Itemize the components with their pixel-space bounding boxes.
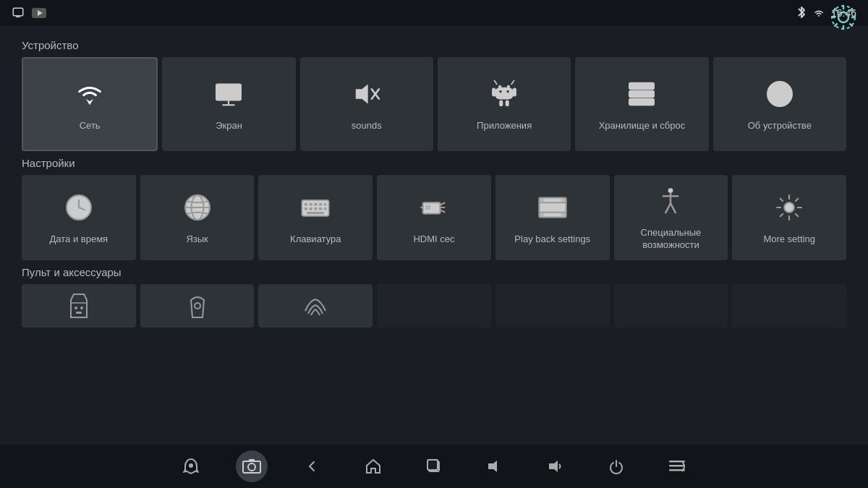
- tile-storage[interactable]: Хранилище и сброс: [575, 57, 708, 151]
- svg-rect-44: [315, 203, 318, 205]
- tile-about[interactable]: Об устройстве: [713, 57, 846, 151]
- svg-line-69: [671, 203, 676, 213]
- bluetooth-icon: [796, 6, 807, 20]
- svg-rect-49: [315, 207, 318, 210]
- svg-rect-21: [513, 87, 516, 96]
- svg-rect-74: [76, 312, 82, 314]
- nav-screenshot-btn[interactable]: [236, 450, 268, 482]
- nav-vol-up-btn[interactable]: [540, 450, 571, 482]
- svg-marker-85: [549, 461, 558, 472]
- tile-remote1[interactable]: [22, 284, 136, 328]
- youtube-icon: [32, 8, 46, 18]
- film-icon: [537, 192, 569, 228]
- svg-rect-19: [495, 87, 514, 99]
- tile-remote2[interactable]: [140, 284, 255, 328]
- svg-rect-42: [305, 203, 307, 205]
- tile-remote7: [732, 284, 846, 328]
- tile-language[interactable]: Язык: [140, 175, 255, 260]
- screen-icon: [213, 78, 244, 114]
- svg-rect-88: [669, 465, 685, 467]
- main-content: Устройство Сеть: [0, 26, 868, 445]
- svg-rect-43: [310, 203, 312, 205]
- tile-more-settings[interactable]: More setting: [732, 175, 846, 260]
- svg-point-78: [248, 463, 255, 471]
- svg-marker-12: [356, 84, 368, 103]
- tile-hdmi-label: HDMI cec: [413, 234, 454, 246]
- svg-rect-63: [539, 212, 544, 217]
- svg-point-34: [779, 87, 781, 90]
- svg-rect-46: [324, 203, 326, 205]
- tile-screen[interactable]: Экран: [162, 57, 295, 151]
- clock-icon: [63, 192, 95, 228]
- device-section-label: Устройство: [22, 39, 846, 51]
- nav-rocket-btn[interactable]: [175, 450, 207, 482]
- svg-marker-80: [367, 460, 380, 473]
- tile-accessibility-label: Специальные возможности: [620, 227, 723, 252]
- svg-rect-1: [16, 17, 20, 18]
- svg-marker-7: [86, 98, 93, 104]
- svg-rect-23: [506, 100, 509, 106]
- svg-point-70: [784, 202, 794, 213]
- wifi-icon: [74, 78, 106, 114]
- svg-rect-51: [324, 207, 326, 210]
- nav-vol-down-btn[interactable]: [479, 450, 511, 482]
- tile-keyboard-label: Клавиатура: [290, 234, 341, 246]
- svg-rect-45: [319, 203, 322, 205]
- tile-about-label: Об устройстве: [748, 120, 812, 132]
- svg-point-76: [189, 463, 193, 468]
- nav-bar: [0, 445, 868, 488]
- svg-line-68: [666, 203, 671, 213]
- tile-apps[interactable]: Приложения: [438, 57, 571, 151]
- svg-rect-0: [13, 8, 23, 16]
- tile-keyboard[interactable]: Клавиатура: [258, 175, 373, 260]
- tile-datetime-label: Дата и время: [50, 234, 109, 246]
- svg-rect-48: [310, 207, 312, 210]
- nav-back-btn[interactable]: [297, 450, 328, 482]
- settings-section-label: Настройки: [22, 157, 846, 169]
- remotes-section-label: Пульт и аксессуары: [22, 266, 846, 278]
- nav-menu-btn[interactable]: [661, 450, 693, 482]
- settings-gear-icon[interactable]: [830, 4, 856, 35]
- svg-line-17: [495, 80, 497, 84]
- tile-remote5: [495, 284, 610, 328]
- tile-network-label: Сеть: [80, 120, 101, 132]
- info-icon: [764, 78, 796, 114]
- tile-more-label: More setting: [763, 234, 815, 246]
- svg-rect-79: [249, 459, 255, 462]
- tile-playback[interactable]: Play back settings: [495, 175, 610, 260]
- svg-rect-61: [539, 197, 544, 202]
- tile-accessibility[interactable]: Специальные возможности: [614, 175, 728, 260]
- tile-apps-label: Приложения: [477, 120, 532, 132]
- svg-point-31: [650, 100, 652, 103]
- tile-sounds[interactable]: sounds: [300, 57, 433, 151]
- svg-point-24: [499, 90, 501, 92]
- svg-rect-50: [319, 207, 322, 210]
- tile-datetime[interactable]: Дата и время: [22, 175, 136, 260]
- svg-rect-22: [499, 100, 503, 106]
- svg-point-30: [650, 93, 652, 95]
- keyboard-icon: [299, 192, 331, 228]
- tile-remote6: [614, 284, 728, 328]
- svg-point-72: [75, 307, 77, 309]
- svg-point-73: [80, 307, 83, 309]
- globe-icon: [182, 192, 213, 228]
- tile-network[interactable]: Сеть: [22, 57, 158, 151]
- nav-recent-btn[interactable]: [418, 450, 450, 482]
- svg-rect-20: [492, 87, 495, 96]
- device-tiles-row: Сеть Экран: [22, 57, 846, 151]
- svg-rect-64: [561, 212, 566, 217]
- nav-power-btn[interactable]: [600, 450, 632, 482]
- tile-remote4: [377, 284, 491, 328]
- tile-remote3[interactable]: [258, 284, 373, 328]
- svg-point-75: [195, 303, 200, 309]
- wifi-icon: [812, 8, 825, 18]
- tile-language-label: Язык: [186, 234, 208, 246]
- svg-point-11: [226, 89, 231, 95]
- svg-rect-52: [307, 211, 324, 213]
- tile-hdmi[interactable]: HDMI cec: [377, 175, 491, 260]
- svg-rect-82: [427, 460, 438, 470]
- nav-home-btn[interactable]: [357, 450, 389, 482]
- remotes-tiles-row: [22, 284, 846, 328]
- tile-sounds-label: sounds: [352, 120, 382, 132]
- android-icon: [12, 7, 25, 20]
